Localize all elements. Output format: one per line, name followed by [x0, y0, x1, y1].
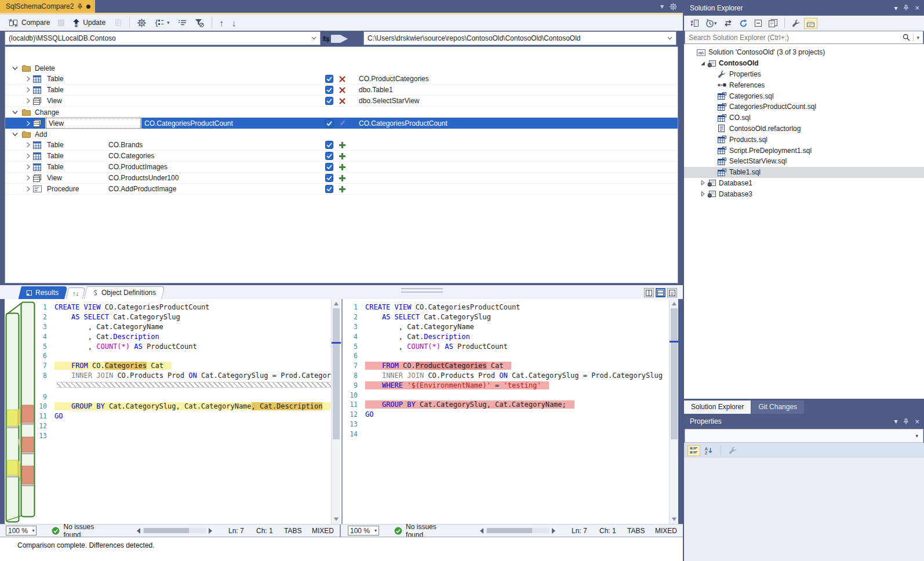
checkbox-icon[interactable]: [325, 119, 333, 128]
chevron-right-icon[interactable]: [24, 98, 33, 104]
chevron-right-icon[interactable]: [24, 153, 33, 159]
alphabetical-sort-button[interactable]: AZ: [703, 445, 715, 456]
grid-row[interactable]: Tabledbo.Table1: [5, 85, 678, 96]
pane-divider[interactable]: [341, 299, 343, 524]
code-line[interactable]: 14: [347, 429, 665, 439]
tree-item[interactable]: Solution 'ContosoOld' (3 of 3 projects): [684, 47, 924, 58]
pin-icon[interactable]: [77, 3, 83, 10]
expander-expanded-icon[interactable]: [698, 61, 707, 66]
chevron-down-icon[interactable]: [12, 66, 18, 71]
tree-item[interactable]: ContosoOld: [684, 58, 924, 69]
solution-explorer-header[interactable]: Solution Explorer ▾ ×: [684, 0, 924, 16]
collapse-all-button[interactable]: [752, 17, 765, 29]
generate-script-button[interactable]: [110, 17, 125, 28]
next-difference-button[interactable]: ↓: [228, 16, 240, 30]
properties-header[interactable]: Properties ▾ ×: [684, 414, 924, 429]
pin-icon[interactable]: [903, 418, 909, 425]
checkbox-icon[interactable]: [325, 141, 333, 149]
chevron-down-icon[interactable]: [12, 132, 18, 137]
grid-row[interactable]: TableCO.ProductCategories: [5, 74, 678, 85]
grid-row[interactable]: ViewCO.CategoriesProductCountCO.Categori…: [5, 118, 678, 129]
window-menu-icon[interactable]: ▾: [894, 417, 897, 425]
chevron-right-icon[interactable]: [24, 164, 33, 170]
switch-source-target-icon[interactable]: ⇆: [322, 34, 330, 44]
target-project-combobox[interactable]: C:\Users\drskwier\source\repos\ContosoOl…: [363, 31, 676, 45]
code-line[interactable]: 1CREATE VIEW CO.CategoriesProductCount: [36, 303, 331, 312]
grid-group-row[interactable]: Add: [5, 129, 678, 140]
zoom-select[interactable]: 100 %▾: [348, 526, 379, 536]
code-line[interactable]: 4 , Cat.Description: [347, 332, 665, 341]
right-vertical-scrollbar[interactable]: [669, 299, 678, 524]
solution-search-box[interactable]: ▾: [685, 31, 923, 44]
grid-row[interactable]: ProcedureCO.AddProductImage: [5, 184, 678, 195]
sync-with-active-document-button[interactable]: [687, 17, 701, 29]
compare-button[interactable]: Compare: [5, 17, 53, 29]
tab-list-dropdown-icon[interactable]: ▾: [660, 2, 664, 10]
tree-item[interactable]: CategoriesProductCount.sql: [684, 101, 924, 112]
tree-item[interactable]: CO.sql: [684, 112, 924, 123]
search-icon[interactable]: [903, 34, 910, 41]
code-line[interactable]: 3 , Cat.CategoryName: [36, 322, 331, 332]
tree-item[interactable]: Properties: [684, 69, 924, 80]
close-icon[interactable]: ×: [915, 3, 919, 12]
code-line[interactable]: 1CREATE VIEW CO.CategoriesProductCount: [347, 303, 665, 312]
horizontal-scrollbar[interactable]: [137, 528, 212, 534]
previous-difference-button[interactable]: ↑: [216, 16, 228, 30]
tree-item[interactable]: Database3: [684, 188, 924, 199]
property-pages-wrench-icon[interactable]: [726, 445, 739, 456]
chevron-down-icon[interactable]: [311, 37, 317, 40]
chevron-right-icon[interactable]: [24, 186, 33, 192]
tree-item[interactable]: ContosoOld.refactorlog: [684, 123, 924, 134]
source-database-combobox[interactable]: (localdb)\MSSQLLocalDB.Contoso: [5, 31, 321, 45]
grid-row[interactable]: Viewdbo.SelectStarView: [5, 96, 678, 107]
code-line[interactable]: 4 , Cat.Description: [36, 332, 331, 341]
horizontal-scrollbar[interactable]: [480, 528, 555, 534]
chevron-right-icon[interactable]: [24, 142, 33, 148]
code-line[interactable]: 3 , Cat.CategoryName: [347, 322, 665, 332]
diff-overview-map[interactable]: [5, 299, 36, 524]
categorized-button[interactable]: [687, 445, 700, 456]
checkbox-icon[interactable]: [325, 75, 333, 83]
chevron-right-icon[interactable]: [24, 121, 33, 126]
preview-selected-items-button[interactable]: [804, 18, 817, 29]
code-line[interactable]: 11GO: [36, 411, 331, 421]
code-line[interactable]: 7 FROM CO.Categories Cat: [36, 361, 331, 371]
tab-options-gear-icon[interactable]: [670, 3, 677, 10]
split-vertical-button[interactable]: [644, 288, 654, 297]
tab-results[interactable]: Results: [18, 286, 68, 299]
split-horizontal-button[interactable]: [656, 288, 665, 297]
left-vertical-scrollbar[interactable]: [331, 299, 340, 524]
chevron-down-icon[interactable]: [667, 37, 672, 40]
code-line[interactable]: 9: [36, 392, 331, 402]
compare-options-button[interactable]: [134, 17, 150, 29]
code-line[interactable]: 13: [347, 420, 665, 429]
tree-item[interactable]: Database1: [684, 178, 924, 189]
code-line[interactable]: 2 AS SELECT Cat.CategorySlug: [36, 312, 331, 322]
code-line[interactable]: 8 INNER JOIN CO.Products Prod ON Cat.Cat…: [347, 371, 665, 381]
toggle-summary-button[interactable]: [174, 17, 190, 28]
tree-item[interactable]: Products.sql: [684, 134, 924, 145]
checkbox-icon[interactable]: [325, 152, 333, 160]
filter-button[interactable]: [191, 17, 208, 29]
code-line[interactable]: 10: [347, 390, 665, 400]
tab-solution-explorer[interactable]: Solution Explorer: [684, 400, 751, 414]
code-line[interactable]: 10 GROUP BY Cat.CategorySlug, Cat.Catego…: [36, 402, 331, 411]
refresh-button[interactable]: [737, 17, 750, 30]
grid-row[interactable]: TableCO.ProductImages: [5, 162, 678, 173]
expander-collapsed-icon[interactable]: [698, 180, 707, 185]
grid-group-row[interactable]: Delete: [5, 63, 678, 74]
target-definition-editor[interactable]: 1CREATE VIEW CO.CategoriesProductCount2 …: [344, 299, 665, 524]
checkbox-icon[interactable]: [325, 163, 333, 171]
group-results-button[interactable]: {▾: [151, 17, 173, 28]
code-line[interactable]: 13: [36, 431, 331, 440]
pin-icon[interactable]: [903, 5, 909, 11]
tab-git-changes[interactable]: Git Changes: [751, 400, 804, 414]
grid-row[interactable]: TableCO.Brands: [5, 140, 678, 151]
swap-panes-button[interactable]: [667, 288, 677, 297]
code-line[interactable]: 6: [36, 351, 331, 361]
search-input[interactable]: [689, 34, 903, 42]
tree-item[interactable]: References: [684, 79, 924, 90]
grid-row[interactable]: TableCO.Categories: [5, 151, 678, 162]
code-line[interactable]: 12: [36, 421, 331, 431]
grid-group-row[interactable]: Change: [5, 107, 678, 118]
